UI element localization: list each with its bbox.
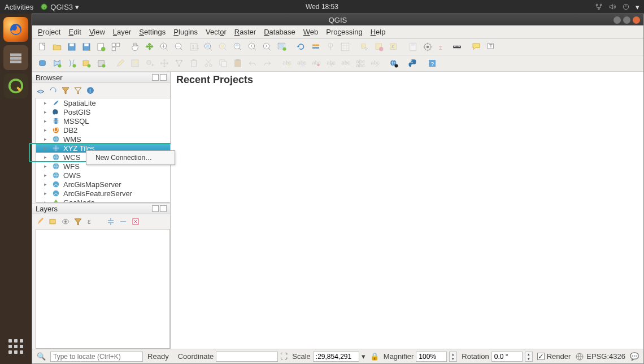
network-icon[interactable] — [595, 3, 603, 11]
browser-refresh-icon[interactable] — [48, 85, 58, 96]
magnifier-input[interactable] — [416, 352, 447, 362]
clock[interactable]: Wed 18:53 — [306, 3, 338, 11]
new-layout-icon[interactable] — [94, 40, 108, 54]
new-memory-icon[interactable] — [94, 57, 108, 70]
layers-expand-icon[interactable] — [106, 216, 116, 227]
layers-tree[interactable] — [36, 229, 170, 349]
browser-item-arcgismapserver[interactable]: ▸ArcGisMapServer — [36, 180, 170, 189]
labels-change-icon[interactable]: abc — [338, 57, 352, 70]
browser-item-wms[interactable]: ▸WMS — [36, 135, 170, 144]
paste-icon[interactable] — [231, 57, 245, 70]
labels-scale-icon[interactable]: abc — [368, 57, 381, 70]
layers-undock-icon[interactable] — [152, 205, 159, 212]
annotation-icon[interactable]: T — [484, 40, 498, 54]
menu-edit[interactable]: Edit — [68, 28, 81, 36]
menu-processing[interactable]: Processing — [326, 28, 362, 36]
menu-chevron-icon[interactable]: ▾ — [636, 3, 639, 11]
copy-icon[interactable] — [216, 57, 230, 70]
metasearch-icon[interactable] — [387, 57, 401, 70]
select-expr-icon[interactable]: ε — [387, 40, 401, 54]
delete-feature-icon[interactable] — [187, 57, 201, 70]
layers-close-icon[interactable] — [160, 205, 167, 212]
move-feature-icon[interactable] — [158, 57, 171, 70]
node-tool-icon[interactable] — [172, 57, 186, 70]
attrs-icon[interactable] — [338, 40, 352, 54]
new-vector-icon[interactable] — [50, 57, 64, 70]
cut-icon[interactable] — [202, 57, 215, 70]
browser-filter-icon[interactable] — [60, 85, 71, 96]
labels-rotate-icon[interactable]: abc — [324, 57, 337, 70]
rotation-input[interactable] — [491, 352, 523, 362]
zoom-native-icon[interactable]: 1:1 — [187, 40, 201, 54]
labels-show-icon[interactable]: abc — [294, 57, 308, 70]
python-console-icon[interactable] — [406, 57, 420, 70]
layers-collapse-icon[interactable] — [118, 216, 128, 227]
browser-item-postgis[interactable]: ▸PostGIS — [36, 107, 170, 116]
undo-icon[interactable] — [246, 57, 259, 70]
lock-icon[interactable]: 🔒 — [370, 352, 379, 361]
new-map-view-icon[interactable] — [275, 40, 289, 54]
save-edits-icon[interactable] — [128, 57, 142, 70]
dropdown-icon[interactable]: ▾ — [362, 352, 365, 361]
open-project-icon[interactable] — [50, 40, 64, 54]
style-manager-icon[interactable] — [309, 40, 323, 54]
labels-options-icon[interactable]: abcabc — [353, 57, 367, 70]
browser-close-icon[interactable] — [160, 74, 167, 81]
pan-to-selection-icon[interactable] — [143, 40, 156, 54]
processing-icon[interactable] — [421, 40, 434, 54]
menu-help[interactable]: Help — [371, 28, 386, 36]
browser-item-mssql[interactable]: ▸MSSQL — [36, 116, 170, 125]
zoom-last-icon[interactable] — [246, 40, 259, 54]
refresh-icon[interactable] — [294, 40, 308, 54]
window-maximize[interactable] — [623, 16, 630, 24]
zoom-layer-icon[interactable] — [231, 40, 245, 54]
save-as-icon[interactable] — [80, 40, 93, 54]
new-project-icon[interactable] — [36, 40, 49, 54]
window-minimize[interactable] — [613, 16, 621, 24]
browser-item-db2[interactable]: ▸DB2DB2 — [36, 125, 170, 135]
labels-pin-icon[interactable]: abc — [280, 57, 293, 70]
browser-item-spatialite[interactable]: ▸SpatiaLite — [36, 98, 170, 107]
crs-icon[interactable] — [575, 352, 584, 361]
redo-icon[interactable] — [260, 57, 274, 70]
new-geopackage-icon[interactable] — [80, 57, 93, 70]
menu-view[interactable]: View — [89, 28, 105, 36]
launcher-files[interactable] — [3, 45, 28, 70]
menu-plugins[interactable]: Plugins — [173, 28, 198, 36]
zoom-in-icon[interactable] — [158, 40, 171, 54]
browser-item-geonode[interactable]: ▸GeoNode — [36, 198, 170, 203]
launcher-qgis[interactable] — [3, 73, 28, 98]
browser-item-ows[interactable]: ▸OWS — [36, 171, 170, 180]
extents-icon[interactable]: ⛶ — [280, 352, 288, 361]
add-feature-icon[interactable] — [143, 57, 156, 70]
zoom-next-icon[interactable] — [260, 40, 274, 54]
coordinate-input[interactable] — [216, 352, 278, 362]
appmenu-button[interactable]: QGIS3 ▾ — [40, 3, 79, 11]
zoom-selection-icon[interactable] — [216, 40, 230, 54]
map-tips-icon[interactable] — [469, 40, 483, 54]
open-datasource-icon[interactable] — [36, 57, 49, 70]
identify-icon[interactable]: i — [324, 40, 337, 54]
volume-icon[interactable] — [608, 3, 616, 11]
layers-style-icon[interactable] — [36, 216, 46, 227]
app-grid-icon[interactable] — [8, 339, 23, 354]
browser-collapse-icon[interactable] — [73, 85, 83, 96]
activities-button[interactable]: Activities — [5, 3, 33, 11]
crs-value[interactable]: EPSG:4326 — [586, 352, 625, 361]
save-icon[interactable] — [65, 40, 79, 54]
browser-undock-icon[interactable] — [152, 74, 159, 81]
menu-layer[interactable]: Layer — [113, 28, 132, 36]
render-checkbox[interactable]: ✓ — [537, 353, 545, 360]
layers-remove-icon[interactable] — [130, 216, 141, 227]
select-features-icon[interactable] — [358, 40, 371, 54]
menu-raster[interactable]: Raster — [234, 28, 256, 36]
rotation-spinner[interactable]: ▴▾ — [525, 352, 533, 362]
menu-project[interactable]: Project — [38, 28, 60, 36]
layout-manager-icon[interactable] — [109, 40, 123, 54]
launcher-firefox[interactable] — [3, 17, 28, 42]
field-calc-icon[interactable] — [406, 40, 420, 54]
menu-database[interactable]: Database — [264, 28, 295, 36]
menu-new-connection[interactable]: New Connection… — [86, 152, 175, 163]
layers-expr-icon[interactable]: ε — [85, 216, 95, 227]
help-icon[interactable]: ? — [425, 57, 439, 70]
